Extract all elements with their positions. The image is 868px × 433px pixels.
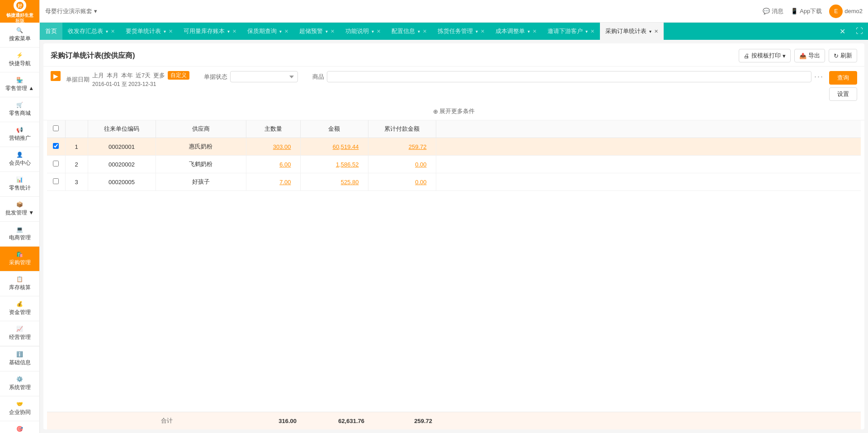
tab-function-desc[interactable]: 功能说明 ▾ ✕ [340,23,386,40]
tab-overstock[interactable]: 超储预警 ▾ ✕ [294,23,340,40]
goods-more-icon[interactable]: ··· [814,72,824,81]
sidebar-item-system[interactable]: ⚙️ 系统管理 [0,371,39,396]
shortcut-this-year[interactable]: 本年 [121,71,133,80]
tab-close[interactable]: ✕ [111,29,115,34]
svg-text:好: 好 [17,3,23,8]
sidebar-item-operations[interactable]: 📈 经营管理 [0,321,39,346]
tab-config[interactable]: 配置信息 ▾ ✕ [386,23,432,40]
sidebar-item-enterprise[interactable]: 🤝 企业协同 [0,396,39,421]
tab-close[interactable]: ✕ [169,29,173,34]
expand-more-icon: ⊕ [433,108,438,115]
sidebar-item-wholesale[interactable]: 📦 批发管理 ▼ [0,197,39,222]
goods-input[interactable] [327,71,811,82]
export-button[interactable]: 📤 导出 [794,49,825,62]
row-checkbox[interactable] [53,178,59,184]
td-amount: 1,586.52 [300,156,368,173]
top-header: 母婴行业演示账套 ▾ 💬 消息 📱 App下载 E demo2 [40,0,868,23]
tab-close[interactable]: ✕ [533,29,537,34]
message-icon: 💬 [763,8,770,14]
tab-home[interactable]: 首页 [40,23,62,40]
wholesale-icon: 📦 [16,201,23,208]
shortcut-icon: ⚡ [16,52,23,58]
status-select[interactable] [230,71,298,82]
td-code: 00020002 [88,156,156,173]
sidebar-item-label: 会员中心 [9,159,31,167]
sidebar-item-ecommerce[interactable]: 💻 电商管理 [0,222,39,247]
tab-close[interactable]: ✕ [330,29,335,34]
sidebar-item-retail-stats[interactable]: 📊 零售统计 [0,172,39,197]
td-no: 1 [65,138,88,156]
message-btn[interactable]: 💬 消息 [763,7,783,15]
expand-more-button[interactable]: ⊕ 展开更多条件 [433,107,475,115]
amount-link[interactable]: 525.80 [341,179,359,186]
tab-close[interactable]: ✕ [377,29,381,34]
amount-link[interactable]: 60,519.44 [333,143,359,150]
expand-more-row: ⊕ 展开更多条件 [51,104,857,115]
app-download-btn[interactable]: 📱 App下载 [791,7,822,15]
qty-link[interactable]: 303.00 [273,143,291,150]
shortcut-last-month[interactable]: 上月 [92,71,104,80]
paid-link[interactable]: 0.00 [415,179,426,186]
tab-close[interactable]: ✕ [284,29,288,34]
filter-expand-button[interactable]: ▶ [51,71,61,81]
paid-link[interactable]: 259.72 [409,143,427,150]
tab-close[interactable]: ✕ [481,29,485,34]
sidebar-item-member[interactable]: 👤 会员中心 [0,147,39,172]
row-checkbox[interactable] [53,161,59,167]
tab-label: 成本调整单 [495,27,525,35]
tab-shelf-life[interactable]: 保质期查询 ▾ ✕ [242,23,294,40]
sidebar-item-marketing[interactable]: 📢 营销推广 [0,122,39,147]
sidebar-item-retail[interactable]: 🏪 零售管理 ▲ [0,72,39,97]
search-button[interactable]: 查询 [829,71,857,85]
user-profile[interactable]: E demo2 [829,5,863,18]
tab-close[interactable]: ✕ [654,29,658,34]
qty-link[interactable]: 6.00 [279,161,291,168]
sidebar-item-label: 零售管理 ▲ [5,85,34,92]
sidebar-item-search[interactable]: 🔍 搜索菜单 [0,23,39,48]
sidebar-item-inventory[interactable]: 📋 库存核算 [0,271,39,296]
shortcut-this-month[interactable]: 本月 [107,71,118,80]
template-print-button[interactable]: 🖨 按模板打印 ▾ [739,49,791,62]
footer-label: 合计 [161,417,251,425]
sidebar-item-shortcut[interactable]: ⚡ 快捷导航 [0,48,39,72]
tab-order-stats[interactable]: 要货单统计表 ▾ ✕ [120,23,178,40]
refresh-button[interactable]: ↻ 刷新 [829,49,857,62]
qty-link[interactable]: 7.00 [279,179,291,186]
sidebar-item-newbie[interactable]: 🎯 新手引导 [0,421,39,433]
shortcut-more[interactable]: 更多 [153,71,165,80]
select-all-checkbox[interactable] [53,125,59,131]
settings-button[interactable]: 设置 [829,87,857,101]
td-amount: 60,519.44 [300,138,368,156]
tab-purchase-order-stats[interactable]: 采购订单统计表 ▾ ✕ [600,23,664,40]
sidebar-item-finance[interactable]: 💰 资金管理 [0,296,39,321]
custom-date-tag[interactable]: 自定义 [168,71,189,80]
th-extra [436,120,861,138]
fullscreen-btn[interactable]: ⛶ [851,23,868,40]
sidebar-item-label: 基础信息 [9,359,31,366]
tab-close[interactable]: ✕ [232,29,236,34]
td-paid: 0.00 [368,156,436,173]
shortcut-7days[interactable]: 近7天 [136,71,151,80]
row-checkbox[interactable] [53,143,59,149]
tab-close[interactable]: ✕ [423,29,427,34]
tab-close[interactable]: ✕ [590,29,594,34]
date-range-display: 2016-01-01 至 2023-12-31 [92,81,189,88]
tab-available-inventory[interactable]: 可用量库存账本 ▾ ✕ [178,23,242,40]
sidebar-item-basic[interactable]: ℹ️ 基础信息 [0,347,39,371]
tab-cost-adjust[interactable]: 成本调整单 ▾ ✕ [490,23,542,40]
tab-receive-summary[interactable]: 收发存汇总表 ▾ ✕ [62,23,120,40]
dropdown-icon: ▾ [94,8,97,14]
data-table: 往来单位编码 供应商 主数量 金额 累计付款金额 [47,120,861,191]
workspace-selector[interactable]: 母婴行业演示账套 ▾ [45,7,97,15]
tab-invite-downstream[interactable]: 邀请下游客户 ▾ ✕ [542,23,600,40]
amount-link[interactable]: 1,586.52 [336,161,359,168]
paid-link[interactable]: 0.00 [415,161,426,168]
filter-area: ▶ 单据日期 上月 本月 本年 近7天 更多 自定义 [43,67,864,120]
tab-picking-task[interactable]: 拣货任务管理 ▾ ✕ [432,23,490,40]
close-tab-btn[interactable]: ✕ [834,23,851,40]
tab-label: 收发存汇总表 [68,27,103,35]
sidebar-item-retail-shop[interactable]: 🛒 零售商城 [0,97,39,122]
tab-label: 可用量库存账本 [184,27,225,35]
sidebar-item-purchase[interactable]: 🛍️ 采购管理 [0,247,39,271]
date-shortcuts: 上月 本月 本年 近7天 更多 自定义 [92,71,189,80]
